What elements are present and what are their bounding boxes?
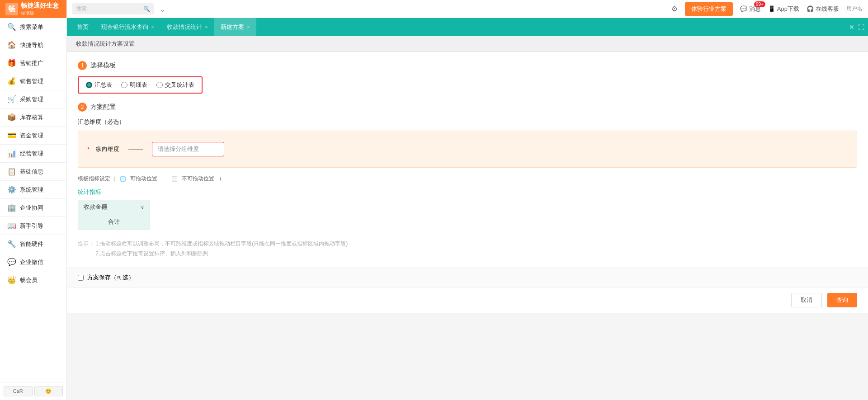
trial-button[interactable]: 体验行业方案	[685, 2, 733, 16]
logo-text: 畅捷通好生意 标准版	[21, 2, 59, 16]
sidebar-item-quick[interactable]: 🏠 快捷导航	[0, 36, 66, 54]
money-icon: 💰	[7, 77, 16, 85]
cancel-button[interactable]: 取消	[791, 293, 822, 307]
tabbar: 首页 现金银行流水查询 × 收款情况统计 × 新建方案 × ✕ ⛶	[67, 18, 868, 36]
download-icon: 📱	[768, 5, 775, 12]
step1-num: 1	[78, 61, 87, 70]
step1-header: 1 选择模板	[78, 61, 857, 70]
message-button[interactable]: 💬 消息 99+	[740, 5, 761, 13]
card-icon: 💳	[7, 131, 16, 140]
box-icon: 📦	[7, 113, 16, 122]
tab-close-all-icon[interactable]: ✕	[849, 24, 854, 31]
sidebar-item-basic[interactable]: 📋 基础信息	[0, 163, 66, 181]
save-option-bar: 方案保存（可选）	[67, 268, 868, 287]
save-checkbox-label: 方案保存（可选）	[87, 273, 134, 282]
chat-icon: 💬	[7, 258, 16, 266]
sidebar-footer: CaR 😊	[0, 382, 66, 400]
sidebar-item-marketing[interactable]: 🎁 营销推广	[0, 54, 66, 72]
sidebar-item-corp[interactable]: 🏢 企业协同	[0, 199, 66, 217]
dimension-arrow: ——	[128, 145, 143, 153]
query-button[interactable]: 查询	[827, 293, 857, 307]
cart-icon: 🛒	[7, 95, 16, 104]
metrics-settings-label: 模板指标设定（	[78, 175, 116, 183]
radio-cross[interactable]: 交叉统计表	[156, 81, 194, 89]
bottom-bar: 取消 查询	[67, 287, 868, 313]
gift-icon: 🎁	[7, 59, 16, 67]
tabbar-actions: ✕ ⛶	[849, 24, 864, 31]
metrics-col-header[interactable]: 收款金额 ∨	[78, 200, 150, 214]
radio-summary-input[interactable]	[86, 82, 92, 88]
sidebar-item-member[interactable]: 👑 畅会员	[0, 271, 66, 289]
sidebar-item-search[interactable]: 🔍 搜索菜单	[0, 18, 66, 36]
sidebar-footer-btn2[interactable]: 😊	[34, 386, 63, 396]
metrics-settings-end: ）	[219, 175, 224, 183]
fixed-legend-dot	[172, 176, 177, 182]
sidebar-item-guide[interactable]: 📖 新手引导	[0, 217, 66, 235]
sidebar-item-inventory[interactable]: 📦 库存核算	[0, 108, 66, 127]
step2-header: 2 方案配置	[78, 103, 857, 112]
sidebar-item-ops[interactable]: 📊 经营管理	[0, 145, 66, 163]
dimension-select[interactable]: 请选择分组维度	[152, 142, 224, 156]
logo-icon: 畅	[5, 3, 18, 15]
legend-separator	[162, 175, 167, 183]
col-header-dropdown-icon[interactable]: ∨	[141, 204, 144, 210]
search-placeholder-text: 搜索	[76, 5, 87, 13]
page-header: 收款情况统计方案设置	[67, 36, 868, 52]
user-button[interactable]: 用户名	[846, 5, 863, 13]
crown-icon: 👑	[7, 276, 16, 284]
home-icon: 🏠	[7, 41, 16, 49]
sidebar-item-hardware[interactable]: 🔧 智能硬件	[0, 235, 66, 253]
required-star: *	[87, 146, 90, 153]
tab-cashflow[interactable]: 现金银行流水查询 ×	[95, 18, 160, 36]
download-button[interactable]: 📱 App下载	[768, 5, 799, 13]
sidebar-item-sales[interactable]: 💰 销售管理	[0, 72, 66, 90]
topbar-search-icon: 🔍	[143, 6, 150, 12]
sidebar-item-purchase[interactable]: 🛒 采购管理	[0, 90, 66, 108]
topbar: 搜索 🔍 ⌄ ⚙ 体验行业方案 💬 消息 99+ 📱 App下载 🎧 在线客服 …	[67, 0, 868, 18]
tab-home[interactable]: 首页	[71, 18, 95, 36]
sidebar-item-system[interactable]: ⚙️ 系统管理	[0, 181, 66, 199]
service-button[interactable]: 🎧 在线客服	[807, 5, 839, 13]
dimension-row: * 纵向维度 —— 请选择分组维度	[87, 142, 848, 156]
save-checkbox[interactable]	[78, 275, 84, 281]
step1-title: 选择模板	[90, 61, 116, 70]
tab-fullscreen-icon[interactable]: ⛶	[858, 24, 864, 31]
sidebar: 畅 畅捷通好生意 标准版 🔍 搜索菜单 🏠 快捷导航 🎁 营销推广 💰 销售管理…	[0, 0, 67, 400]
radio-summary[interactable]: 汇总表	[86, 81, 112, 89]
tab-new-plan[interactable]: 新建方案 ×	[214, 18, 256, 36]
template-box: 汇总表 明细表 交叉统计表	[78, 76, 203, 94]
metrics-title: 统计指标	[78, 188, 857, 196]
tab-receipt-close[interactable]: ×	[205, 24, 208, 30]
chart-icon: 📊	[7, 149, 16, 158]
topbar-search[interactable]: 搜索 🔍	[72, 3, 154, 14]
building-icon: 🏢	[7, 203, 16, 212]
dimension-area: * 纵向维度 —— 请选择分组维度	[78, 131, 857, 168]
step2-section: 2 方案配置 汇总维度（必选） * 纵向维度 —— 请选择分组维度	[78, 103, 857, 230]
step2-title: 方案配置	[90, 103, 116, 111]
step2-num: 2	[78, 103, 87, 112]
tab-receipt[interactable]: 收款情况统计 ×	[160, 18, 214, 36]
tips-section: 提示： 1.拖动标题栏可以调整布局，不可跨维度或指标区域拖动栏目字段(只能在同一…	[78, 239, 857, 259]
main: 搜索 🔍 ⌄ ⚙ 体验行业方案 💬 消息 99+ 📱 App下载 🎧 在线客服 …	[67, 0, 868, 400]
step1-section: 1 选择模板 汇总表 明细表 交叉统计表	[78, 61, 857, 94]
radio-detail-input[interactable]	[121, 82, 127, 88]
metrics-table: 收款金额 ∨ 合计	[78, 200, 150, 230]
sidebar-footer-btn1[interactable]: CaR	[4, 386, 33, 396]
tab-new-plan-close[interactable]: ×	[247, 24, 250, 30]
message-icon: 💬	[740, 5, 747, 12]
config-section: 汇总维度（必选） * 纵向维度 —— 请选择分组维度 模板指标设定（ 可	[78, 118, 857, 230]
sidebar-item-funds[interactable]: 💳 资金管理	[0, 127, 66, 145]
topbar-dropdown-icon[interactable]: ⌄	[159, 4, 166, 14]
topbar-gear-icon[interactable]: ⚙	[671, 5, 678, 13]
draggable-legend-dot	[120, 176, 126, 182]
sidebar-item-wechat[interactable]: 💬 企业微信	[0, 253, 66, 271]
dimension-label: 汇总维度（必选）	[78, 118, 857, 126]
gear-icon: ⚙️	[7, 185, 16, 194]
radio-cross-input[interactable]	[156, 82, 163, 88]
radio-detail[interactable]: 明细表	[121, 81, 147, 89]
sidebar-nav: 🔍 搜索菜单 🏠 快捷导航 🎁 营销推广 💰 销售管理 🛒 采购管理 📦 库存核…	[0, 18, 66, 382]
metrics-row-total: 合计	[78, 214, 150, 230]
form-card: 1 选择模板 汇总表 明细表 交叉统计表	[67, 52, 868, 268]
tab-cashflow-close[interactable]: ×	[151, 24, 154, 30]
search-icon: 🔍	[7, 23, 16, 31]
